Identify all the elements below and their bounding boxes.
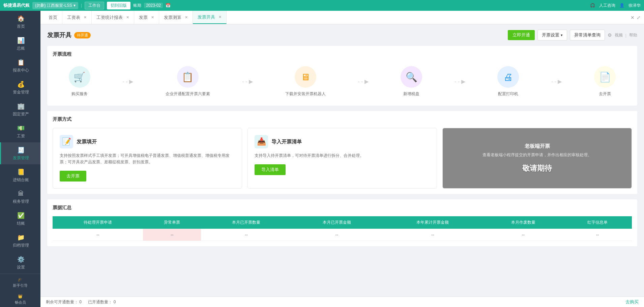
import-list-button[interactable]: 导入清单 (255, 164, 286, 175)
sidebar-label-settle: 结账 (17, 221, 25, 226)
boss-card-title: 老板端开票 (525, 143, 550, 149)
tab-invoice-label: 发票 (139, 15, 148, 21)
sidebar-item-sales[interactable]: 📒 进销台账 (0, 164, 40, 186)
tab-expand-icon[interactable]: ⤢ (637, 15, 641, 20)
sidebar-item-settle[interactable]: ✅ 结账 (0, 208, 40, 230)
tab-close-all-icon[interactable]: ✕ (631, 15, 635, 20)
boss-card-desc: 查看老板端小程序提交的开票申请，并作出相应的审核处理。 (482, 152, 592, 158)
flow-step-6: 📄 去开票 (594, 66, 616, 97)
download-robot-icon[interactable]: 🖥 (295, 66, 316, 88)
sidebar-item-tax[interactable]: 🏛 税务管理 (0, 186, 40, 208)
sidebar-label-salary: 工资 (17, 133, 25, 139)
page-header: 发票开具 待开通 立即开通 开票设置 ▾ 异常清单查询 ⚙ 视频 | 帮助 (47, 30, 637, 40)
method-card-boss: 老板端开票 查看老板端小程序提交的开票申请，并作出相应的审核处理。 敬请期待 (442, 128, 632, 189)
config-printer-icon[interactable]: 🖨 (497, 66, 519, 88)
top-bar-right: 🎧 人工咨询 👤 徐泽华 (590, 3, 641, 8)
configure-icon[interactable]: 📋 (177, 66, 199, 88)
separator-icon: | (81, 3, 82, 8)
method-cards: 📝 发票填开 支持按照发票样式手工填开发票；可开具增值税电子普通发票、增值税普通… (53, 128, 632, 189)
sidebar-item-settings[interactable]: ⚙️ 设置 (0, 252, 40, 274)
sidebar-item-funds[interactable]: 💰 资金管理 (0, 77, 40, 99)
go-invoice-icon[interactable]: 📄 (594, 66, 616, 88)
tab-salary-report-close[interactable]: ✕ (126, 15, 129, 20)
help-video-label[interactable]: 视频 (615, 32, 623, 38)
open-now-button[interactable]: 立即开通 (508, 30, 535, 40)
sidebar-item-assets[interactable]: 🏢 固定资产 (0, 99, 40, 120)
company-selector[interactable]: (勿删) 江西服室-LSS ▾ (32, 2, 78, 9)
period-label: 账期 (133, 3, 141, 8)
tab-salary-table[interactable]: 工资表 ✕ (62, 11, 92, 24)
tab-invoice-issue-close[interactable]: ✕ (218, 15, 222, 19)
sidebar-label-ledger: 总账 (17, 46, 25, 51)
tab-invoice[interactable]: 发票 ✕ (134, 11, 159, 24)
tab-home[interactable]: 首页 (44, 11, 62, 24)
sidebar-label-funds: 资金管理 (13, 89, 29, 95)
stats-cell-month-void: -- (484, 229, 563, 241)
salary-icon: 💵 (17, 124, 25, 132)
stats-cell-year-amount: -- (382, 229, 484, 241)
flow-arrow-4: - - ▶ (455, 78, 465, 85)
buy-service-icon[interactable]: 🛒 (69, 66, 90, 88)
tax-icon: 🏛 (18, 190, 24, 197)
company-name: (勿删) 江西服室-LSS (35, 3, 72, 8)
method-card-import-header: 📥 导入开票清单 (255, 135, 430, 148)
sidebar-label-reports: 报表中心 (13, 67, 29, 73)
archive-icon: 📁 (17, 234, 25, 241)
add-taxdisk-icon[interactable]: 🔍 (401, 66, 422, 88)
ledger-icon: 📊 (17, 37, 25, 44)
method-card-fill-title: 发票填开 (77, 139, 97, 145)
tab-invoice-issue[interactable]: 发票开具 ✕ (193, 11, 227, 24)
flow-step-4-label: 新增税盘 (403, 91, 419, 97)
sidebar-label-settings: 设置 (17, 264, 25, 270)
opened-value: 0 (114, 300, 116, 304)
sidebar-item-home[interactable]: 🏠 首页 (0, 11, 40, 33)
page-content: 发票开具 待开通 立即开通 开票设置 ▾ 异常清单查询 ⚙ 视频 | 帮助 (40, 24, 644, 297)
sidebar-item-salary[interactable]: 💵 工资 (0, 120, 40, 142)
stats-col-pending: 待处理开票申请 (53, 216, 143, 229)
service-button[interactable]: 人工咨询 (599, 3, 615, 8)
flow-step-4: 🔍 新增税盘 (401, 66, 422, 97)
sidebar-label-sales: 进销台账 (13, 177, 29, 183)
go-invoice-button[interactable]: 去开票 (60, 171, 86, 182)
tab-invoice-close[interactable]: ✕ (151, 15, 154, 20)
user-name[interactable]: 徐泽华 (628, 3, 641, 8)
workspace-button[interactable]: 工作台 (85, 2, 104, 9)
sidebar-item-ledger[interactable]: 📊 总账 (0, 33, 40, 55)
remaining-value: 0 (79, 300, 82, 304)
stats-table: 待处理开票申请 异常单票 本月已开票数量 本月已开票金额 本年累计开票金额 本月… (53, 216, 632, 241)
sidebar-item-reports[interactable]: 📋 报表中心 (0, 55, 40, 77)
opened-label: 已开通数量： (88, 300, 112, 304)
flow-step-2-label: 企业开通配置开票六要素 (166, 91, 210, 97)
method-card-fill: 📝 发票填开 支持按照发票样式手工填开发票；可开具增值税电子普通发票、增值税普通… (53, 128, 242, 189)
buy-link[interactable]: 去购买 (625, 299, 639, 305)
tab-invoice-calc[interactable]: 发票测算 ✕ (159, 11, 193, 24)
page-title-row: 发票开具 待开通 (47, 31, 91, 39)
sidebar-item-vip[interactable]: 👑 畅会员 (0, 291, 40, 307)
main-layout: 🏠 首页 📊 总账 📋 报表中心 💰 资金管理 🏢 固定资产 💵 工资 🧾 发票… (0, 11, 644, 307)
header-actions: 立即开通 开票设置 ▾ 异常清单查询 ⚙ 视频 | 帮助 (508, 30, 637, 40)
open-settings-label: 开票设置 (542, 32, 559, 38)
fill-invoice-icon: 📝 (60, 135, 73, 148)
tab-salary-report[interactable]: 工资统计报表 ✕ (92, 11, 134, 24)
stats-header-row: 待处理开票申请 异常单票 本月已开票数量 本月已开票金额 本年累计开票金额 本月… (53, 216, 632, 229)
open-settings-button[interactable]: 开票设置 ▾ (537, 30, 567, 40)
sidebar-label-archive: 归档管理 (13, 243, 29, 248)
calendar-icon[interactable]: 📅 (166, 3, 171, 8)
stats-col-month-amount: 本月已开票金额 (292, 216, 382, 229)
help-label[interactable]: 帮助 (629, 32, 637, 38)
abnormal-query-button[interactable]: 异常清单查询 (570, 30, 605, 40)
flow-step-5-label: 配置打印机 (498, 91, 518, 97)
flow-step-3-label: 下载并安装开票机器人 (285, 91, 326, 97)
sidebar-label-invoice: 发票管理 (13, 155, 29, 161)
stats-section-title: 票据汇总 (53, 205, 632, 211)
sidebar-item-archive[interactable]: 📁 归档管理 (0, 230, 40, 252)
method-card-import-title: 导入开票清单 (271, 139, 302, 145)
import-list-icon: 📥 (255, 135, 268, 148)
flow-arrow-5: - - ▶ (551, 78, 562, 85)
tab-invoice-calc-close[interactable]: ✕ (185, 15, 188, 20)
sidebar-item-guide[interactable]: 🎓 新手引导 (0, 274, 40, 291)
tab-salary-table-close[interactable]: ✕ (84, 15, 87, 20)
sidebar-item-invoice[interactable]: 🧾 发票管理 (0, 142, 40, 164)
funds-icon: 💰 (17, 81, 25, 88)
old-version-button[interactable]: 切到旧版 (107, 2, 130, 9)
